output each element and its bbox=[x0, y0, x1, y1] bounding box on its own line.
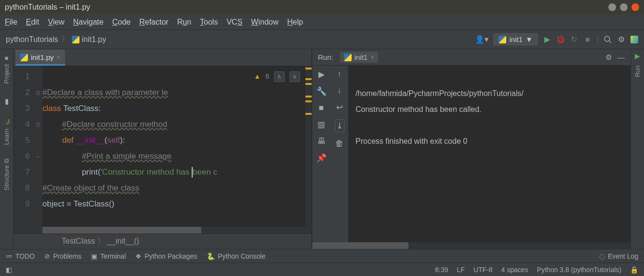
up-stack-icon[interactable]: ↑ bbox=[337, 69, 342, 79]
menu-help[interactable]: Help bbox=[287, 18, 303, 27]
rerun-button[interactable]: ▶ bbox=[318, 69, 325, 80]
search-icon[interactable] bbox=[604, 35, 612, 44]
fold-end-icon: ⌐ bbox=[34, 148, 42, 164]
tool-python-console[interactable]: 🐍 Python Console bbox=[207, 252, 265, 260]
menu-navigate[interactable]: Navigate bbox=[73, 18, 104, 27]
menu-vcs[interactable]: VCS bbox=[226, 18, 242, 27]
tool-python-packages[interactable]: ❖ Python Packages bbox=[135, 252, 197, 260]
error-stripe[interactable] bbox=[305, 66, 312, 227]
run-left-toolbar-2: ↑ ↓ ↩ ⤓ 🗑 bbox=[330, 66, 349, 242]
run-settings-icon[interactable]: ⚙ bbox=[605, 53, 612, 62]
next-highlight-button[interactable]: ∨ bbox=[289, 71, 300, 82]
menubar: File Edit View Navigate Code Refactor Ru… bbox=[0, 14, 644, 30]
status-indent[interactable]: 4 spaces bbox=[501, 266, 528, 274]
editor-body: 123456789 ⊟⊟⌐ #Declare a class with para… bbox=[13, 66, 312, 227]
menu-run[interactable]: Run bbox=[177, 18, 191, 27]
status-caret-position[interactable]: 6:39 bbox=[435, 266, 448, 274]
warning-icon: ▲ bbox=[254, 69, 261, 84]
run-indicator-icon[interactable]: ▶ bbox=[635, 52, 640, 60]
tool-todo[interactable]: ≔ TODO bbox=[6, 252, 35, 260]
status-left-icon[interactable]: ◧ bbox=[6, 266, 12, 274]
stop-button[interactable]: ■ bbox=[583, 35, 592, 44]
pin-icon[interactable]: 📌 bbox=[316, 153, 327, 163]
left-tool-gutter: Project ■ ▮ Learn 🎓 Structure ⧉ bbox=[0, 49, 13, 249]
run-title: Run: bbox=[318, 53, 333, 61]
bottom-tool-bar: ≔ TODO ⊘ Problems ▣ Terminal ❖ Python Pa… bbox=[0, 249, 644, 262]
console-output[interactable]: /home/fahmida/PycharmProjects/pythonTuto… bbox=[349, 66, 631, 242]
tool-event-log[interactable]: ◌ Event Log bbox=[599, 252, 638, 260]
status-encoding[interactable]: UTF-8 bbox=[473, 266, 493, 274]
debug-button[interactable]: 🐞 bbox=[556, 35, 565, 44]
tool-terminal[interactable]: ▣ Terminal bbox=[91, 252, 126, 260]
trash-icon[interactable]: 🗑 bbox=[335, 139, 343, 149]
tool-tab-structure[interactable]: Structure ⧉ bbox=[2, 157, 11, 193]
tool-problems[interactable]: ⊘ Problems bbox=[44, 252, 81, 260]
breadcrumb: pythonTutorials 〉 init1.py bbox=[6, 34, 106, 44]
svg-line-1 bbox=[609, 41, 611, 43]
stop-run-button[interactable]: ■ bbox=[319, 103, 324, 113]
titlebar: pythonTutorials – init1.py bbox=[0, 0, 644, 14]
editor-pane: init1.py × 123456789 ⊟⊟⌐ #Declare a clas… bbox=[13, 49, 312, 249]
code-editor[interactable]: #Declare a class with parameter le class… bbox=[42, 66, 305, 227]
menu-window[interactable]: Window bbox=[251, 18, 278, 27]
menu-file[interactable]: File bbox=[5, 18, 17, 27]
run-button[interactable]: ▶ bbox=[543, 35, 552, 44]
run-tab[interactable]: init1 × bbox=[340, 52, 378, 63]
line-number-gutter: 123456789 bbox=[13, 66, 34, 227]
layout-icon[interactable]: ▥ bbox=[317, 120, 325, 130]
main-area: Project ■ ▮ Learn 🎓 Structure ⧉ init1.py… bbox=[0, 49, 644, 249]
run-header: Run: init1 × ⚙ — bbox=[312, 49, 631, 66]
prev-highlight-button[interactable]: ∧ bbox=[274, 71, 285, 82]
editor-tab-init1[interactable]: init1.py × bbox=[15, 50, 65, 66]
editor-breadcrumb[interactable]: TestClass 〉 __init__() bbox=[13, 234, 312, 249]
status-interpreter[interactable]: Python 3.8 (pythonTutorials) bbox=[537, 266, 621, 274]
tool-options-icon[interactable]: 🔧 bbox=[316, 86, 327, 97]
python-file-icon bbox=[344, 54, 352, 61]
breadcrumb-file[interactable]: init1.py bbox=[72, 35, 106, 44]
close-run-tab-icon[interactable]: × bbox=[370, 54, 374, 61]
close-tab-icon[interactable]: × bbox=[57, 54, 61, 61]
run-body: ▶ 🔧 ■ ▥ 🖶 📌 ↑ ↓ ↩ ⤓ 🗑 /home/fahmida/Pych… bbox=[312, 66, 631, 242]
run-left-toolbar: ▶ 🔧 ■ ▥ 🖶 📌 bbox=[312, 66, 330, 242]
close-button[interactable] bbox=[631, 3, 639, 11]
lock-icon[interactable]: 🔒 bbox=[630, 266, 638, 274]
fold-icon[interactable]: ⊟ bbox=[34, 84, 42, 100]
menu-view[interactable]: View bbox=[48, 18, 64, 27]
minimize-button[interactable] bbox=[608, 3, 616, 11]
fold-gutter: ⊟⊟⌐ bbox=[34, 66, 42, 227]
run-with-coverage-button[interactable]: ↻ bbox=[570, 35, 578, 44]
menu-refactor[interactable]: Refactor bbox=[139, 18, 168, 27]
tool-tab-project[interactable]: Project ■ bbox=[2, 53, 11, 85]
ide-logo-icon[interactable] bbox=[631, 36, 638, 43]
status-line-separator[interactable]: LF bbox=[457, 266, 465, 274]
bookmarks-icon[interactable]: ▮ bbox=[4, 95, 10, 108]
menu-code[interactable]: Code bbox=[112, 18, 131, 27]
print-icon[interactable]: 🖶 bbox=[317, 137, 326, 146]
minimize-run-icon[interactable]: — bbox=[618, 53, 625, 62]
maximize-button[interactable] bbox=[620, 3, 628, 11]
window-title: pythonTutorials – init1.py bbox=[5, 3, 90, 12]
run-configuration-selector[interactable]: init1 ▼ bbox=[493, 33, 538, 45]
console-horizontal-scrollbar[interactable] bbox=[312, 242, 631, 249]
soft-wrap-icon[interactable]: ↩ bbox=[336, 102, 343, 112]
svg-point-0 bbox=[605, 36, 610, 41]
right-tool-gutter: ▶ Run bbox=[631, 49, 644, 249]
scroll-to-end-icon[interactable]: ⤓ bbox=[335, 119, 344, 132]
editor-horizontal-scrollbar[interactable] bbox=[13, 227, 312, 234]
inspection-widget[interactable]: ▲ 6 ∧ ∨ bbox=[254, 69, 300, 84]
status-bar: ◧ 6:39 LF UTF-8 4 spaces Python 3.8 (pyt… bbox=[0, 262, 644, 276]
window-controls bbox=[608, 3, 639, 11]
tool-tab-learn[interactable]: Learn 🎓 bbox=[2, 117, 11, 147]
breadcrumb-root[interactable]: pythonTutorials bbox=[6, 35, 58, 44]
settings-icon[interactable]: ⚙ bbox=[617, 35, 626, 44]
fold-icon[interactable]: ⊟ bbox=[34, 116, 42, 132]
menu-edit[interactable]: Edit bbox=[26, 18, 39, 27]
navigation-toolbar: pythonTutorials 〉 init1.py 👤▾ init1 ▼ ▶ … bbox=[0, 30, 644, 49]
tool-tab-run[interactable]: Run bbox=[633, 64, 642, 79]
toolbar-right: 👤▾ init1 ▼ ▶ 🐞 ↻ ■ | ⚙ bbox=[475, 33, 638, 45]
menu-tools[interactable]: Tools bbox=[200, 18, 218, 27]
chevron-down-icon: ▼ bbox=[526, 35, 533, 43]
down-stack-icon[interactable]: ↓ bbox=[337, 86, 342, 96]
user-icon[interactable]: 👤▾ bbox=[475, 35, 488, 44]
editor-tabs: init1.py × bbox=[13, 49, 312, 66]
